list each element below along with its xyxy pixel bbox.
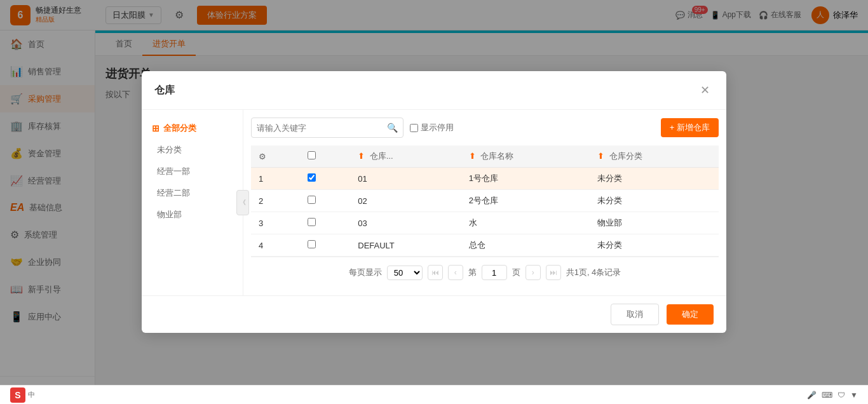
warehouse-table: ⚙ ⬆ 仓库... ⬆ 仓库名称 <box>251 145 719 257</box>
grid-icon: ⊞ <box>152 123 159 133</box>
search-icon[interactable]: 🔍 <box>387 123 398 133</box>
row-category: 未分类 <box>590 234 719 257</box>
table-row[interactable]: 4 DEFAULT 总仓 未分类 <box>251 234 719 257</box>
bottom-logo: S 中 <box>10 387 35 403</box>
category-item-dept2[interactable]: 经营二部 <box>142 182 243 204</box>
cancel-button[interactable]: 取消 <box>611 304 659 325</box>
row-num: 3 <box>251 212 300 234</box>
row-code: 03 <box>350 212 461 234</box>
s-logo-icon: S <box>10 387 25 403</box>
row-checkbox[interactable] <box>300 190 350 212</box>
modal-body: ⊞ 全部分类 未分类 经营一部 经营二部 物业部 《 <box>142 110 726 295</box>
col-code: ⬆ 仓库... <box>350 145 461 168</box>
category-item-property[interactable]: 物业部 <box>142 204 243 226</box>
table-container: ⚙ ⬆ 仓库... ⬆ 仓库名称 <box>251 145 719 257</box>
next-page-button[interactable]: › <box>526 265 541 280</box>
warehouse-modal: 仓库 ✕ ⊞ 全部分类 未分类 经营一部 经营二部 物业 <box>142 71 726 333</box>
sort-cat-icon: ⬆ <box>597 151 604 161</box>
row-name: 水 <box>461 212 590 234</box>
page-unit: 页 <box>512 267 520 278</box>
select-all-checkbox[interactable] <box>308 151 316 159</box>
row-category: 未分类 <box>590 190 719 212</box>
row-code: 02 <box>350 190 461 212</box>
last-page-button[interactable]: ⏭ <box>546 265 561 280</box>
modal-close-button[interactable]: ✕ <box>696 81 714 99</box>
modal-right-panel: 🔍 显示停用 + 新增仓库 ⚙ <box>243 110 726 295</box>
bottom-icon-arrow[interactable]: ▼ <box>850 391 858 400</box>
row-checkbox[interactable] <box>300 168 350 190</box>
bottom-icon-keyboard[interactable]: ⌨ <box>822 391 832 400</box>
row-category: 未分类 <box>590 168 719 190</box>
table-row[interactable]: 1 01 1号仓库 未分类 <box>251 168 719 190</box>
table-header: ⚙ ⬆ 仓库... ⬆ 仓库名称 <box>251 145 719 168</box>
settings-icon[interactable]: ⚙ <box>259 152 266 161</box>
bottom-icon-shield[interactable]: 🛡 <box>837 391 845 400</box>
bottom-bar: S 中 🎤 ⌨ 🛡 ▼ <box>0 385 868 404</box>
row-name: 2号仓库 <box>461 190 590 212</box>
confirm-button[interactable]: 确定 <box>667 304 714 325</box>
col-checkbox <box>300 145 350 168</box>
modal-category-panel: ⊞ 全部分类 未分类 经营一部 经营二部 物业部 《 <box>142 110 243 295</box>
row-checkbox[interactable] <box>300 212 350 234</box>
first-page-button[interactable]: ⏮ <box>428 265 443 280</box>
row-num: 1 <box>251 168 300 190</box>
show-disabled-label[interactable]: 显示停用 <box>410 122 454 133</box>
prev-page-button[interactable]: ‹ <box>448 265 463 280</box>
pagination: 每页显示 50 100 ⏮ ‹ 第 页 › ⏭ 共1页, 4条记录 <box>251 257 719 288</box>
row-name: 1号仓库 <box>461 168 590 190</box>
page-number-input[interactable] <box>482 265 507 280</box>
sort-name-icon: ⬆ <box>469 151 476 161</box>
table-row[interactable]: 2 02 2号仓库 未分类 <box>251 190 719 212</box>
row-num: 2 <box>251 190 300 212</box>
row-name: 总仓 <box>461 234 590 257</box>
table-body: 1 01 1号仓库 未分类 2 02 2号仓库 未分类 3 03 水 物业部 4… <box>251 168 719 257</box>
modal-header: 仓库 ✕ <box>142 71 726 110</box>
modal-title: 仓库 <box>154 84 175 97</box>
collapse-panel-button[interactable]: 《 <box>236 190 249 215</box>
modal-footer: 取消 确定 <box>142 295 726 333</box>
bottom-brand: 中 <box>28 390 35 400</box>
search-box: 🔍 <box>251 118 403 138</box>
sort-icon: ⬆ <box>358 151 365 161</box>
col-name: ⬆ 仓库名称 <box>461 145 590 168</box>
col-category: ⬆ 仓库分类 <box>590 145 719 168</box>
category-item-uncategorized[interactable]: 未分类 <box>142 139 243 161</box>
show-disabled-checkbox[interactable] <box>410 124 418 132</box>
per-page-select[interactable]: 50 100 <box>387 266 423 280</box>
row-checkbox[interactable] <box>300 234 350 257</box>
modal-toolbar: 🔍 显示停用 + 新增仓库 <box>251 118 719 138</box>
col-settings: ⚙ <box>251 145 300 168</box>
modal-overlay: 仓库 ✕ ⊞ 全部分类 未分类 经营一部 经营二部 物业 <box>0 0 868 404</box>
row-num: 4 <box>251 234 300 257</box>
category-all-label: 全部分类 <box>163 123 196 134</box>
category-all[interactable]: ⊞ 全部分类 <box>142 118 243 139</box>
row-code: DEFAULT <box>350 234 461 257</box>
page-label: 第 <box>468 267 477 278</box>
add-warehouse-button[interactable]: + 新增仓库 <box>661 118 719 137</box>
row-category: 物业部 <box>590 212 719 234</box>
per-page-label: 每页显示 <box>349 267 382 278</box>
row-code: 01 <box>350 168 461 190</box>
category-item-dept1[interactable]: 经营一部 <box>142 161 243 182</box>
bottom-icon-mic[interactable]: 🎤 <box>807 391 817 400</box>
table-row[interactable]: 3 03 水 物业部 <box>251 212 719 234</box>
search-input[interactable] <box>257 123 387 133</box>
total-info: 共1页, 4条记录 <box>566 267 621 278</box>
